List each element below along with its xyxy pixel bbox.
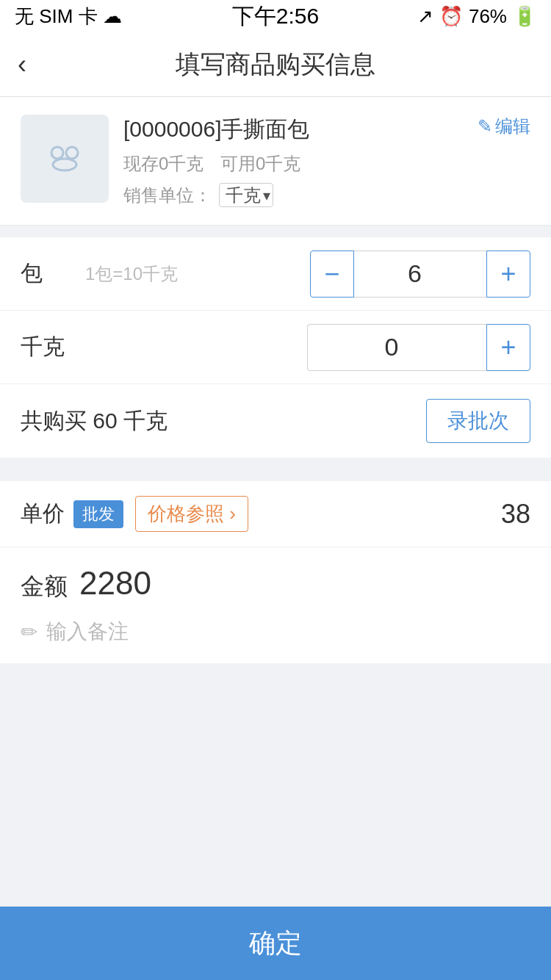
back-button[interactable]: ‹ (18, 49, 26, 80)
bag-increment-button[interactable]: + (486, 251, 530, 298)
confirm-button[interactable]: 确定 (0, 907, 551, 980)
bag-input-controls: − + (310, 251, 530, 298)
page-title: 填写商品购买信息 (176, 48, 375, 82)
summary-text: 共购买 60 千克 (21, 406, 168, 436)
edit-icon: ✎ (478, 116, 492, 137)
summary-row: 共购买 60 千克 录批次 (0, 384, 551, 458)
edit-button[interactable]: ✎ 编辑 (478, 115, 530, 138)
status-right: ↗ ⏰ 76% 🔋 (417, 5, 536, 28)
bag-label: 包 (21, 259, 79, 289)
kg-quantity-input[interactable] (307, 324, 486, 371)
product-info: [0000006]手撕面包 现存0千克 可用0千克 销售单位： 千克 (123, 115, 530, 207)
price-tag: 批发 (73, 500, 123, 528)
status-left: 无 SIM 卡 ☁ (15, 4, 122, 29)
battery-text: 76% (469, 5, 507, 28)
kg-input-controls: + (307, 324, 530, 371)
bag-input-row: 包 1包=10千克 − + (0, 237, 551, 311)
amount-row: 金额 2280 (21, 565, 530, 603)
remark-row[interactable]: ✏ 输入备注 (21, 618, 530, 646)
svg-point-0 (51, 147, 63, 159)
svg-point-2 (53, 159, 76, 170)
alarm-icon: ⏰ (439, 5, 463, 28)
kg-input-row: 千克 + (0, 311, 551, 384)
location-icon: ↗ (417, 5, 433, 28)
divider-2 (0, 458, 551, 469)
bag-decrement-button[interactable]: − (310, 251, 354, 298)
product-name: [0000006]手撕面包 (123, 115, 530, 145)
price-label: 单价 (21, 499, 65, 529)
sim-text: 无 SIM 卡 ☁ (15, 4, 122, 29)
bag-input-section: 包 1包=10千克 − + 千克 + 共购买 60 千克 录批次 (0, 237, 551, 458)
kg-label: 千克 (21, 332, 79, 362)
product-image (21, 115, 109, 203)
amount-section: 金额 2280 ✏ 输入备注 (0, 547, 551, 663)
price-row: 单价 批发 价格参照 › 38 (0, 481, 551, 547)
product-unit-row: 销售单位： 千克 (123, 183, 530, 207)
status-time: 下午2:56 (232, 1, 319, 32)
unit-label: 销售单位： (123, 184, 212, 207)
available-text: 可用0千克 (220, 154, 300, 173)
nav-bar: ‹ 填写商品购买信息 (0, 32, 551, 97)
amount-value: 2280 (79, 565, 151, 602)
confirm-label: 确定 (249, 926, 302, 962)
stock-text: 现存0千克 (123, 154, 204, 173)
svg-point-1 (66, 147, 78, 159)
pencil-icon: ✏ (21, 620, 37, 644)
edit-label: 编辑 (495, 115, 530, 138)
price-value: 38 (501, 499, 530, 530)
unit-selector[interactable]: 千克 (219, 183, 273, 207)
product-card: [0000006]手撕面包 现存0千克 可用0千克 销售单位： 千克 ✎ 编辑 (0, 97, 551, 226)
status-bar: 无 SIM 卡 ☁ 下午2:56 ↗ ⏰ 76% 🔋 (0, 0, 551, 32)
price-section: 单价 批发 价格参照 › 38 (0, 481, 551, 547)
product-stock: 现存0千克 可用0千克 (123, 152, 530, 176)
kg-increment-button[interactable]: + (486, 324, 530, 371)
batch-button[interactable]: 录批次 (426, 399, 530, 443)
battery-icon: 🔋 (513, 5, 536, 28)
bag-hint: 1包=10千克 (85, 262, 178, 286)
remark-text: 输入备注 (46, 618, 129, 646)
price-reference-button[interactable]: 价格参照 › (135, 496, 248, 532)
divider-1 (0, 226, 551, 237)
unit-select-input[interactable]: 千克 (219, 183, 273, 207)
price-ref-label: 价格参照 › (148, 501, 236, 527)
amount-label: 金额 (21, 571, 68, 603)
product-thumbnail-icon (43, 137, 87, 181)
bag-quantity-input[interactable] (354, 251, 486, 298)
